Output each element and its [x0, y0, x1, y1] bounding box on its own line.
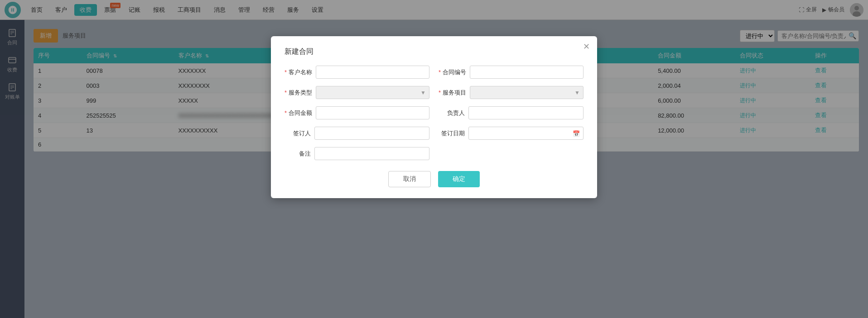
- form-row-1: 客户名称 合同编号: [285, 66, 583, 79]
- amount-label: 合同金额: [285, 109, 312, 117]
- service-type-group: 服务类型 ▼: [285, 86, 429, 99]
- amount-input[interactable]: 0.00: [316, 106, 429, 119]
- confirm-button[interactable]: 确定: [438, 171, 480, 187]
- calendar-icon[interactable]: 📅: [573, 130, 580, 137]
- form-row-3: 合同金额 0.00 负责人: [285, 106, 583, 119]
- cancel-button[interactable]: 取消: [388, 171, 431, 187]
- contract-no-label: 合同编号: [439, 68, 466, 76]
- service-type-select-wrap: ▼: [316, 86, 429, 99]
- form-row-5: 备注: [285, 147, 583, 160]
- remark-group: 备注: [285, 147, 429, 160]
- remark-input[interactable]: [314, 147, 429, 160]
- service-item-group: 服务项目 ▼: [439, 86, 583, 99]
- service-item-select-wrap: ▼: [470, 86, 583, 99]
- sign-date-input[interactable]: 2023-06-06: [468, 127, 583, 140]
- service-item-label: 服务项目: [439, 89, 466, 97]
- customer-name-input[interactable]: [316, 66, 429, 79]
- modal-overlay: 新建合同 ✕ 客户名称 合同编号 服务类型 ▼ 服务项目: [0, 0, 868, 318]
- signer-group: 签订人: [285, 127, 429, 140]
- remark-label: 备注: [285, 150, 311, 158]
- sign-date-label: 签订日期: [439, 129, 465, 138]
- dialog-footer: 取消 确定: [285, 171, 583, 187]
- signer-input[interactable]: [314, 127, 429, 140]
- form-row-2: 服务类型 ▼ 服务项目 ▼: [285, 86, 583, 99]
- sign-date-group: 签订日期 2023-06-06 📅: [439, 127, 583, 140]
- contract-no-group: 合同编号: [439, 66, 583, 79]
- contract-no-input[interactable]: [470, 66, 583, 79]
- customer-name-label: 客户名称: [285, 68, 312, 76]
- dialog-title: 新建合同: [285, 47, 583, 57]
- sign-date-wrap: 2023-06-06 📅: [468, 127, 583, 140]
- dialog-close-button[interactable]: ✕: [583, 43, 590, 51]
- responsible-input[interactable]: [468, 106, 583, 119]
- service-item-select[interactable]: [470, 86, 583, 99]
- new-contract-dialog: 新建合同 ✕ 客户名称 合同编号 服务类型 ▼ 服务项目: [271, 36, 597, 198]
- amount-group: 合同金额 0.00: [285, 106, 429, 119]
- service-type-select[interactable]: [316, 86, 429, 99]
- customer-name-group: 客户名称: [285, 66, 429, 79]
- signer-label: 签订人: [285, 129, 311, 138]
- service-type-label: 服务类型: [285, 89, 312, 97]
- form-row-4: 签订人 签订日期 2023-06-06 📅: [285, 127, 583, 140]
- responsible-group: 负责人: [439, 106, 583, 119]
- responsible-label: 负责人: [439, 109, 465, 117]
